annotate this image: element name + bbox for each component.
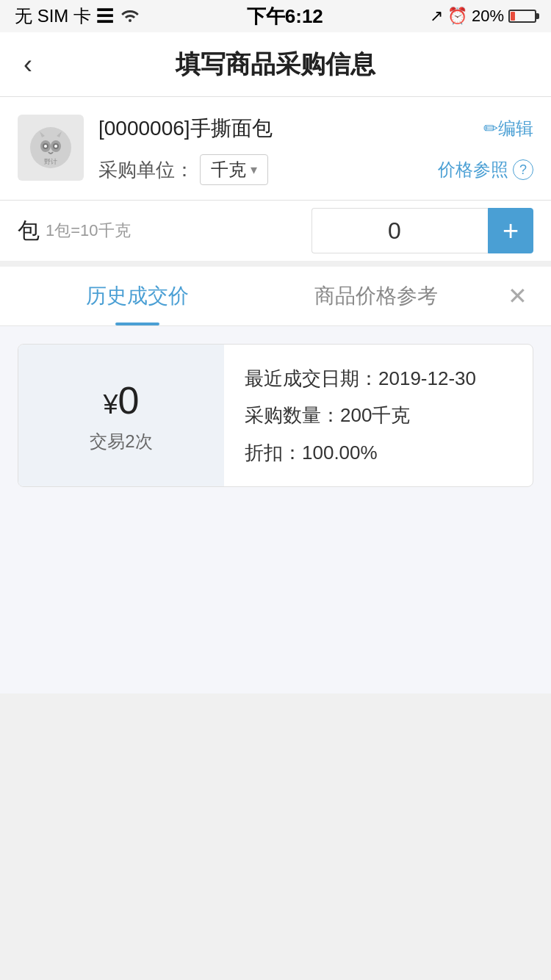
- product-unit-row: 采购单位： 千克 ▾ 价格参照 ?: [98, 154, 533, 185]
- carrier-text: 无 SIM 卡 ☰: [15, 4, 114, 28]
- product-info: [0000006]手撕面包 ✏编辑 采购单位： 千克 ▾ 价格参照 ?: [98, 115, 533, 185]
- quantity-unit-label: 包: [18, 216, 40, 246]
- location-icon: ↗: [430, 7, 443, 26]
- wifi-icon: [120, 6, 140, 26]
- product-image-icon: 野计: [29, 126, 73, 170]
- alarm-icon: ⏰: [447, 7, 467, 26]
- status-time: 下午6:12: [247, 4, 323, 29]
- unit-selector[interactable]: 千克 ▾: [200, 154, 268, 185]
- price-value: 0: [118, 379, 140, 422]
- nav-bar: ‹ 填写商品采购信息: [0, 32, 551, 97]
- unit-dropdown-arrow: ▾: [251, 162, 257, 178]
- unit-label: 采购单位： 千克 ▾: [98, 154, 268, 185]
- svg-point-6: [54, 145, 57, 148]
- price-times: 交易2次: [90, 430, 152, 453]
- status-left: 无 SIM 卡 ☰: [15, 4, 140, 28]
- svg-point-5: [44, 145, 47, 148]
- price-display: ¥0: [104, 378, 140, 422]
- price-card-right: 最近成交日期：2019-12-30 采购数量：200千克 折扣：100.00%: [224, 345, 533, 486]
- product-header: 野计 [0000006]手撕面包 ✏编辑 采购单位： 千克 ▾ 价格参照 ?: [18, 115, 533, 185]
- edit-button[interactable]: ✏编辑: [483, 117, 533, 140]
- price-detail-date: 最近成交日期：2019-12-30: [245, 365, 512, 392]
- price-card: ¥0 交易2次 最近成交日期：2019-12-30 采购数量：200千克 折扣：…: [18, 344, 533, 487]
- tab-history-price[interactable]: 历史成交价: [18, 267, 257, 325]
- price-detail-quantity: 采购数量：200千克: [245, 402, 512, 428]
- status-right: ↗ ⏰ 20%: [430, 7, 536, 26]
- tabs-header: 历史成交价 商品价格参考 ✕: [0, 267, 551, 325]
- price-card-left: ¥0 交易2次: [18, 345, 224, 486]
- product-name: [0000006]手撕面包: [98, 115, 273, 143]
- content-area: ¥0 交易2次 最近成交日期：2019-12-30 采购数量：200千克 折扣：…: [0, 326, 551, 693]
- price-currency: ¥: [104, 389, 118, 419]
- battery-icon: [508, 10, 536, 23]
- tabs-section: 历史成交价 商品价格参考 ✕: [0, 267, 551, 326]
- quantity-section: 包 1包=10千克 +: [0, 201, 551, 267]
- price-ref-help-icon: ?: [513, 159, 533, 180]
- tab-close-button[interactable]: ✕: [502, 276, 533, 316]
- status-bar: 无 SIM 卡 ☰ 下午6:12 ↗ ⏰ 20%: [0, 0, 551, 32]
- battery-percent: 20%: [472, 7, 504, 26]
- quantity-plus-button[interactable]: +: [488, 208, 533, 253]
- quantity-input[interactable]: [311, 208, 488, 253]
- back-button[interactable]: ‹: [18, 43, 38, 86]
- tab-product-price-ref[interactable]: 商品价格参考: [257, 267, 497, 325]
- quantity-sub-label: 1包=10千克: [46, 220, 131, 242]
- product-section: 野计 [0000006]手撕面包 ✏编辑 采购单位： 千克 ▾ 价格参照 ?: [0, 97, 551, 201]
- product-thumbnail: 野计: [18, 115, 84, 181]
- price-ref-button[interactable]: 价格参照 ?: [438, 158, 533, 181]
- svg-text:野计: 野计: [44, 158, 57, 165]
- product-name-row: [0000006]手撕面包 ✏编辑: [98, 115, 533, 143]
- quantity-controls: +: [311, 208, 533, 253]
- price-detail-discount: 折扣：100.00%: [245, 439, 512, 466]
- page-title: 填写商品采购信息: [176, 48, 375, 82]
